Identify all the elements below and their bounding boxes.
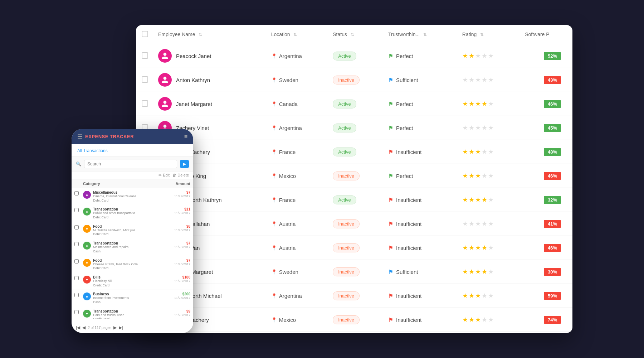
table-row: Van Nancy 📍 USA Inactive ⚑ Perfect — [136, 332, 572, 333]
category-name: Transportation — [93, 207, 169, 211]
select-all-checkbox[interactable] — [142, 31, 148, 37]
mobile-row-checkbox[interactable] — [74, 225, 79, 229]
avatar — [158, 97, 172, 111]
mobile-row: ● Business Income from investmentsCash $… — [72, 290, 193, 307]
transaction-amount-cell: $7 11/29/2017 — [169, 190, 190, 198]
header-trustworthiness[interactable]: Trustworthin... ⇅ — [384, 25, 458, 44]
location-cell: 📍 Sweden — [267, 260, 329, 284]
rating-cell: ★★★★★ — [458, 92, 521, 116]
trust-cell: ⚑ Perfect — [384, 332, 458, 333]
location-value: France — [279, 149, 296, 155]
trust-flag-icon: ⚑ — [388, 268, 393, 275]
category-icon: ● — [83, 242, 91, 250]
category-name: Miscellaneous — [93, 190, 169, 194]
hamburger-icon[interactable]: ☰ — [77, 133, 82, 140]
row-checkbox-cell[interactable] — [136, 68, 154, 92]
location-cell: 📍 Argentina — [267, 284, 329, 308]
location-value: Mexico — [279, 317, 296, 323]
location-pin-icon: 📍 — [271, 77, 277, 83]
next-page-icon[interactable]: ▶ — [113, 325, 117, 330]
search-button[interactable]: ▶ — [180, 160, 189, 168]
filter-icon[interactable]: ⇅ — [480, 32, 484, 37]
search-input[interactable] — [84, 160, 177, 168]
star-icon: ★ — [482, 196, 487, 204]
star-icon: ★ — [475, 124, 481, 132]
mobile-row-checkbox[interactable] — [74, 242, 79, 246]
row-checkbox[interactable] — [142, 52, 148, 59]
location-value: Canada — [279, 101, 298, 107]
mobile-row-checkbox[interactable] — [74, 191, 79, 195]
rating-cell: ★★★★★ — [458, 116, 521, 140]
software-cell: 48% — [521, 140, 572, 164]
trust-value: Insufficient — [396, 245, 421, 251]
filter-icon[interactable]: ⇅ — [199, 32, 202, 37]
header-location[interactable]: Location ⇅ — [267, 25, 329, 44]
header-employee-name[interactable]: Employee Name ⇅ — [154, 25, 267, 44]
location-cell: 📍 Sweden — [267, 68, 329, 92]
header-checkbox-cell[interactable] — [136, 25, 154, 44]
row-checkbox-cell[interactable] — [136, 44, 154, 68]
software-cell: 46% — [521, 164, 572, 188]
header-rating[interactable]: Rating ⇅ — [458, 25, 521, 44]
mobile-menu-icon[interactable]: ≡ — [184, 134, 187, 140]
mobile-row-checkbox[interactable] — [74, 276, 79, 280]
trust-cell: ⚑ Insufficient — [384, 188, 458, 212]
filter-icon[interactable]: ⇅ — [351, 32, 354, 37]
category-icon: ● — [83, 225, 91, 233]
employee-name-cell: Peacock Janet — [154, 44, 267, 68]
transaction-amount: $7 — [169, 241, 190, 245]
last-page-icon[interactable]: ▶| — [119, 325, 123, 330]
star-icon: ★ — [469, 316, 474, 324]
star-icon: ★ — [482, 76, 487, 84]
mobile-row-checkbox[interactable] — [74, 208, 79, 212]
location-value: Austria — [279, 221, 296, 227]
row-checkbox[interactable] — [142, 76, 148, 83]
star-icon: ★ — [462, 52, 468, 60]
location-value: Argentina — [279, 125, 302, 131]
status-badge: Inactive — [333, 171, 360, 180]
location-cell: 📍 Mexico — [267, 164, 329, 188]
first-page-icon[interactable]: |◀ — [76, 325, 80, 330]
avatar — [158, 49, 172, 63]
trust-value: Sufficient — [396, 269, 418, 275]
stars-container: ★★★★★ — [462, 244, 516, 252]
transaction-info: Business Income from investmentsCash — [93, 292, 169, 304]
star-icon: ★ — [482, 148, 487, 156]
filter-icon[interactable]: ⇅ — [293, 32, 297, 37]
star-icon: ★ — [475, 244, 481, 252]
trust-cell: ⚑ Perfect — [384, 116, 458, 140]
trust-flag-icon: ⚑ — [388, 292, 393, 299]
location-cell: 📍 USA — [267, 332, 329, 333]
filter-icon[interactable]: ⇅ — [423, 32, 427, 37]
edit-label[interactable]: ✏ Edit — [158, 173, 170, 178]
row-checkbox-cell[interactable] — [136, 92, 154, 116]
all-transactions-label[interactable]: All Transactions — [77, 148, 108, 153]
header-software[interactable]: Software P — [521, 25, 572, 44]
transaction-desc: Cinema, International ReleaseDebit Card — [93, 194, 169, 203]
mobile-row-checkbox[interactable] — [74, 310, 79, 314]
transaction-amount-cell: $180 11/28/2017 — [169, 275, 190, 283]
status-badge: Active — [333, 100, 356, 108]
location-value: Mexico — [279, 173, 296, 179]
mobile-pagination[interactable]: |◀ ◀ 2 of 117 pages ▶ ▶| — [76, 325, 123, 330]
transaction-info: Food Muffuletta sandwich, Mint juleDebit… — [93, 224, 169, 237]
software-cell: 45% — [521, 116, 572, 140]
mobile-row-checkbox[interactable] — [74, 293, 79, 297]
star-icon: ★ — [475, 196, 481, 204]
rating-cell: ★★★★★ — [458, 44, 521, 68]
trust-flag-icon: ⚑ — [388, 173, 393, 179]
row-checkbox[interactable] — [142, 100, 148, 107]
star-icon: ★ — [469, 196, 474, 204]
star-icon: ★ — [475, 172, 481, 180]
delete-label[interactable]: 🗑 Delete — [172, 173, 189, 178]
star-icon: ★ — [469, 292, 474, 300]
category-icon: ● — [83, 208, 91, 216]
star-icon: ★ — [469, 52, 474, 60]
header-status[interactable]: Status ⇅ — [328, 25, 384, 44]
mobile-row-checkbox[interactable] — [74, 259, 79, 263]
software-cell: 74% — [521, 308, 572, 332]
trust-flag-icon: ⚑ — [388, 101, 393, 107]
prev-page-icon[interactable]: ◀ — [82, 325, 86, 330]
trust-flag-icon: ⚑ — [388, 125, 393, 131]
table-row: Janet Van 📍 Austria Inactive ⚑ Insuffici… — [136, 236, 572, 260]
